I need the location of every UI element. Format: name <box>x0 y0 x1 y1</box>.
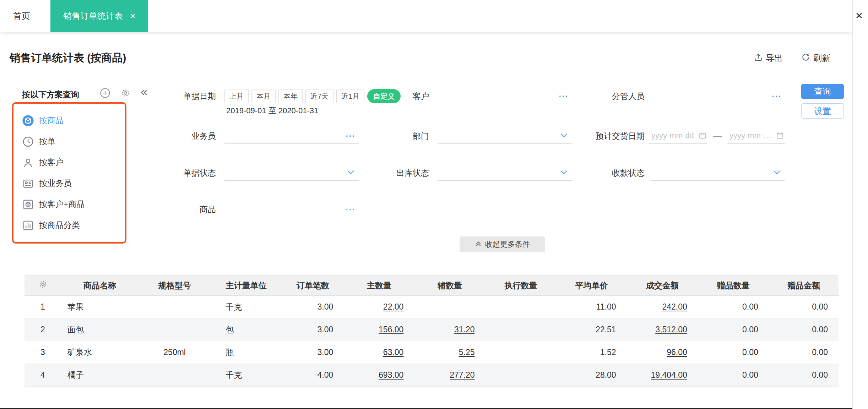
department-input[interactable] <box>438 128 556 143</box>
cell-aux_qty[interactable]: 5.25 <box>414 341 485 364</box>
drill-down-link[interactable]: 96.00 <box>667 348 687 357</box>
chevron-down-icon[interactable] <box>347 168 354 174</box>
drill-down-link[interactable]: 22.00 <box>383 302 404 311</box>
salesman-icon <box>22 178 34 190</box>
sidebar-item-按商品分类[interactable]: 按商品分类 <box>22 215 118 236</box>
cell-main_qty[interactable]: 156.00 <box>344 318 414 341</box>
sidebar-collapse-button[interactable]: « <box>141 85 147 97</box>
delivery-date-from-field[interactable] <box>649 128 707 144</box>
tab-home[interactable]: 首页 <box>0 0 43 32</box>
cell-spec <box>139 318 211 341</box>
payment-status-select[interactable] <box>651 165 785 181</box>
drill-down-link[interactable]: 31.20 <box>454 325 475 334</box>
cell-aux_qty[interactable]: 277.20 <box>414 364 485 387</box>
add-scheme-button[interactable] <box>99 87 111 99</box>
customer-picker-icon[interactable]: ⋯ <box>558 89 568 103</box>
cell-main_qty[interactable]: 693.00 <box>344 364 414 387</box>
delivery-date-from-input[interactable] <box>649 128 696 143</box>
quick-date-option-1[interactable]: 上月 <box>224 89 249 103</box>
doc-status-input[interactable] <box>224 165 343 180</box>
manager-input[interactable] <box>651 88 769 103</box>
product-input[interactable] <box>224 202 343 217</box>
tab-sales-order-report[interactable]: 销售订单统计表 × <box>50 0 148 32</box>
drill-down-link[interactable]: 242.00 <box>662 302 687 311</box>
cell-amount[interactable]: 242.00 <box>627 296 698 318</box>
chevron-down-icon[interactable] <box>560 131 567 137</box>
manager-field[interactable]: ⋯ <box>651 88 785 104</box>
scheme-list: 按商品按单按客户按业务员按客户+商品按商品分类 <box>22 110 118 236</box>
quick-date-option-4[interactable]: 近7天 <box>305 89 333 103</box>
query-button[interactable]: 查询 <box>801 84 844 99</box>
sidebar-item-label: 按客户+商品 <box>39 199 85 210</box>
refresh-button[interactable]: 刷新 <box>801 53 830 64</box>
chevron-down-icon[interactable] <box>774 168 780 174</box>
sidebar-item-按客户[interactable]: 按客户 <box>22 152 118 173</box>
drill-down-link[interactable]: 156.00 <box>379 325 403 334</box>
sidebar-item-按客户+商品[interactable]: 按客户+商品 <box>22 194 118 215</box>
sidebar-item-按单[interactable]: 按单 <box>22 131 118 152</box>
product-picker-icon[interactable]: ⋯ <box>345 202 355 217</box>
cell-main_qty[interactable]: 22.00 <box>344 296 414 318</box>
quick-date-option-5[interactable]: 近1月 <box>336 89 364 103</box>
salesman-input[interactable] <box>224 128 343 143</box>
drill-down-link[interactable]: 19,404.00 <box>651 370 687 380</box>
calendar-icon[interactable] <box>698 131 707 141</box>
sidebar-item-按商品[interactable]: 按商品 <box>22 110 118 131</box>
settings-button[interactable]: 设置 <box>801 103 844 119</box>
column-settings-button[interactable] <box>25 276 61 296</box>
chevron-down-icon[interactable] <box>560 168 567 174</box>
quick-date-options: 上月本月本年近7天近1月 自定义 <box>224 89 401 103</box>
product-field[interactable]: ⋯ <box>224 202 359 217</box>
cell-unit: 千克 <box>211 364 282 387</box>
column-header: 执行数量 <box>485 276 557 296</box>
drill-down-link[interactable]: 693.00 <box>379 370 403 380</box>
salesman-field[interactable]: ⋯ <box>224 128 359 144</box>
collapse-more-conditions-button[interactable]: 收起更多条件 <box>460 236 545 252</box>
cell-aux_qty[interactable]: 31.20 <box>414 318 485 341</box>
drill-down-link[interactable]: 5.25 <box>459 348 475 357</box>
payment-status-label: 收款状态 <box>575 165 645 180</box>
cell-unit: 包 <box>211 318 282 341</box>
sidebar-title: 按以下方案查询 <box>22 89 79 100</box>
outbound-status-input[interactable] <box>438 165 556 180</box>
tab-close-icon[interactable]: × <box>130 11 135 21</box>
date-range-text: 2019-09-01 至 2020-01-31 <box>226 105 318 116</box>
salesman-picker-icon[interactable]: ⋯ <box>345 129 355 143</box>
tab-label: 销售订单统计表 <box>63 10 123 22</box>
cell-gift_qty: 0.00 <box>698 364 769 387</box>
manager-picker-icon[interactable]: ⋯ <box>771 89 781 103</box>
cell-amount[interactable]: 96.00 <box>627 341 698 364</box>
scheme-settings-button[interactable] <box>120 88 131 98</box>
cell-main_qty[interactable]: 63.00 <box>344 341 414 364</box>
department-select[interactable] <box>438 128 572 144</box>
cell-spec <box>139 364 211 387</box>
payment-status-input[interactable] <box>651 165 769 180</box>
cell-avg_price: 28.00 <box>557 364 627 387</box>
export-button[interactable]: 导出 <box>754 53 783 64</box>
cell-order_count: 3.00 <box>282 341 344 364</box>
report-table: 商品名称规格型号主计量单位订单笔数主数量辅数量执行数量平均单价成交金额赠品数量赠… <box>25 275 839 387</box>
refresh-icon <box>801 53 810 64</box>
doc-status-select[interactable] <box>224 165 359 181</box>
delivery-date-to-field[interactable] <box>727 128 785 144</box>
calendar-icon[interactable] <box>776 131 784 141</box>
cell-order_count: 3.00 <box>282 318 344 341</box>
sidebar-item-label: 按商品分类 <box>39 220 80 231</box>
order-icon <box>22 136 34 148</box>
drill-down-link[interactable]: 3,512.00 <box>655 325 687 334</box>
product-icon <box>22 115 34 127</box>
quick-date-option-3[interactable]: 本年 <box>278 89 303 103</box>
drill-down-link[interactable]: 277.20 <box>450 370 474 380</box>
cell-amount[interactable]: 19,404.00 <box>627 364 698 387</box>
customer-input[interactable] <box>438 88 556 103</box>
delivery-date-to-input[interactable] <box>727 128 774 143</box>
outbound-status-select[interactable] <box>438 165 572 181</box>
customer-field[interactable]: ⋯ <box>438 88 572 104</box>
column-header: 平均单价 <box>557 276 627 296</box>
drill-down-link[interactable]: 63.00 <box>383 348 404 357</box>
panel-close-icon[interactable]: × <box>856 9 863 21</box>
quick-date-option-2[interactable]: 本月 <box>251 89 276 103</box>
sidebar-item-按业务员[interactable]: 按业务员 <box>22 173 118 194</box>
cell-amount[interactable]: 3,512.00 <box>627 318 698 341</box>
column-header: 订单笔数 <box>282 276 344 296</box>
